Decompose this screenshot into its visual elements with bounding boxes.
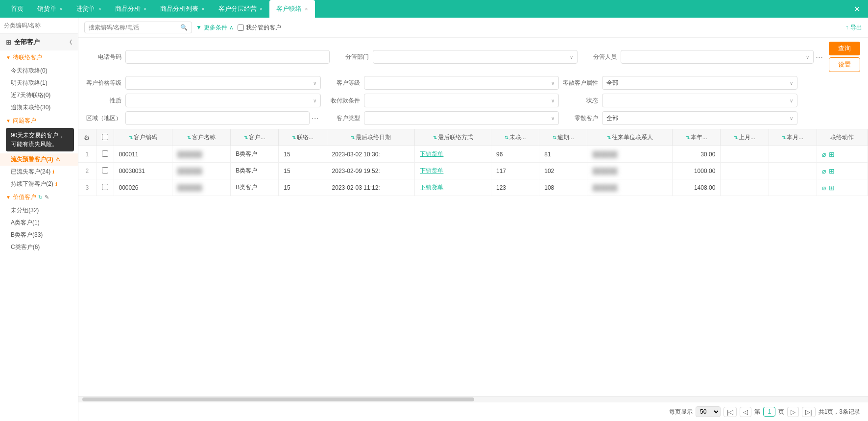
sidebar-item-classB[interactable]: B类客户(33) [0, 229, 78, 241]
tab-home[interactable]: 首页 [4, 0, 30, 18]
tab-analysis[interactable]: 商品分析 × [108, 0, 153, 18]
filter-price-level: 客户价格等级 ∨ [86, 76, 321, 90]
collapse-sidebar-icon[interactable]: 《 [67, 39, 72, 46]
table-area: ⚙ ⇅客户编码 ⇅客户名称 ⇅客户... [78, 129, 868, 396]
retail-attr-label: 零散客户属性 [563, 79, 598, 87]
close-tab-analysis-list[interactable]: × [201, 6, 204, 12]
scrollbar-thumb[interactable] [82, 397, 474, 401]
sidebar-section-pending[interactable]: ▼ 待联络客户 [0, 50, 78, 65]
sidebar-item-7days[interactable]: 近7天待联络(0) [0, 89, 78, 101]
region-select[interactable] [125, 111, 310, 125]
next-page-button[interactable]: ▷ [787, 407, 799, 417]
action-link-icon-2[interactable]: ⌀ [822, 184, 826, 192]
table-gear-icon[interactable]: ⚙ [84, 134, 90, 142]
sort-icon-unit: ⇅ [607, 135, 611, 140]
dept-select[interactable]: ∨ [373, 50, 577, 64]
action-grid-icon-1[interactable]: ⊞ [829, 167, 835, 175]
sidebar-item-declining[interactable]: 持续下滑客户(2) ℹ [0, 178, 78, 190]
manager-more-icon[interactable]: ··· [814, 52, 825, 62]
row-type-1: B类客户 [231, 163, 279, 179]
edit-icon[interactable]: ✎ [45, 194, 49, 200]
row-unit-contact-1: ██████ [587, 163, 673, 179]
customer-type-select[interactable]: ∨ [364, 111, 559, 125]
tab-customer-tier[interactable]: 客户分层经营 × [212, 0, 269, 18]
sidebar-all-customers[interactable]: ⊞ 全部客户 《 [0, 34, 78, 50]
tab-analysis-list[interactable]: 商品分析列表 × [153, 0, 211, 18]
query-button[interactable]: 查询 [829, 42, 860, 55]
filter-payment: 收付款条件 ∨ [325, 94, 559, 107]
sidebar-item-classC[interactable]: C类客户(6) [0, 241, 78, 253]
prev-page-button[interactable]: ◁ [740, 407, 751, 417]
export-button[interactable]: ↑ 导出 [845, 24, 862, 32]
filter-more-button[interactable]: ▼ 更多条件 ∧ [196, 24, 234, 32]
customer-level-label: 客户等级 [325, 79, 360, 87]
close-tab-analysis[interactable]: × [144, 6, 146, 12]
horizontal-scrollbar[interactable] [78, 396, 868, 402]
sidebar-item-overdue[interactable]: 逾期未联络(30) [0, 101, 78, 114]
status-chev-icon: ∨ [790, 98, 793, 103]
tab-customer-contact[interactable]: 客户联络 × [269, 0, 314, 18]
search-button[interactable]: 🔍 [180, 24, 188, 31]
retail-attr-select[interactable]: 全部 ∨ [602, 76, 797, 90]
close-tab-sales[interactable]: × [59, 6, 62, 12]
sidebar-item-churned[interactable]: 已流失客户(24) ℹ [0, 166, 78, 178]
action-grid-icon-2[interactable]: ⊞ [829, 184, 835, 192]
select-all-checkbox[interactable] [102, 134, 108, 140]
row-check-0[interactable] [102, 150, 108, 157]
sidebar-item-today[interactable]: 今天待联络(0) [0, 65, 78, 77]
row-last-way-1[interactable]: 下销货单 [415, 163, 491, 179]
sidebar-search-input[interactable] [4, 22, 77, 29]
status-select[interactable]: ∨ [602, 94, 797, 107]
action-grid-icon-0[interactable]: ⊞ [829, 150, 835, 158]
retail-customer-select[interactable]: 全部 ∨ [602, 111, 797, 125]
manager-select[interactable]: ∨ [621, 50, 814, 64]
my-customers-checkbox[interactable]: 我分管的客户 [238, 24, 281, 32]
sidebar-section-value[interactable]: ▼ 价值客户 ↻ ✎ [0, 190, 78, 204]
last-page-button[interactable]: ▷| [802, 407, 815, 417]
row-num-1: 2 [78, 163, 96, 179]
close-tab-purchase[interactable]: × [98, 6, 101, 12]
per-page-select[interactable]: 50 100 200 [696, 406, 721, 417]
row-check-1[interactable] [102, 167, 108, 173]
info-icon1: ℹ [52, 169, 54, 174]
close-tab-customer-contact[interactable]: × [305, 6, 308, 12]
row-no-contact-0: 96 [491, 146, 539, 163]
payment-select[interactable]: ∨ [364, 94, 559, 107]
price-level-select[interactable]: ∨ [125, 76, 321, 90]
sidebar-item-ungrouped[interactable]: 未分组(32) [0, 204, 78, 217]
sidebar-item-tomorrow[interactable]: 明天待联络(1) [0, 77, 78, 89]
first-page-button[interactable]: |◁ [723, 407, 737, 417]
refresh-icon[interactable]: ↻ [38, 194, 43, 200]
row-type-0: B类客户 [231, 146, 279, 163]
my-customers-check[interactable] [238, 25, 244, 31]
close-tab-customer-tier[interactable]: × [260, 6, 263, 12]
region-more-icon[interactable]: ··· [310, 113, 321, 124]
tab-purchase[interactable]: 进货单 × [69, 0, 108, 18]
row-unit-contact-2: ██████ [587, 179, 673, 196]
row-this-year-0: 30.00 [673, 146, 721, 163]
sidebar-section-problem[interactable]: ▼ 问题客户 [0, 114, 78, 128]
search-box: 🔍 [84, 22, 192, 33]
row-check-2[interactable] [102, 184, 108, 190]
row-last-month-2 [721, 179, 769, 196]
customer-level-select[interactable]: ∨ [364, 76, 559, 90]
table-row: 2 00030031 ██████ B类客户 15 2023-02-09 19:… [78, 163, 868, 179]
search-input[interactable] [89, 24, 180, 31]
sidebar-item-churn-warning[interactable]: 流失预警客户(3) ⚠ [0, 153, 78, 166]
action-link-icon-1[interactable]: ⌀ [822, 167, 826, 175]
sidebar-item-classA[interactable]: A类客户(1) [0, 217, 78, 229]
sort-icon-lastway: ⇅ [433, 135, 437, 140]
nature-label: 性质 [86, 97, 121, 105]
nature-select[interactable]: ∨ [125, 94, 321, 107]
action-link-icon-0[interactable]: ⌀ [822, 150, 826, 158]
all-customers-label: 全部客户 [14, 38, 40, 47]
settings-button[interactable]: 设置 [829, 57, 860, 72]
sort-icon-nocontact: ⇅ [505, 135, 508, 140]
row-overdue-0: 81 [539, 146, 587, 163]
phone-input[interactable] [125, 50, 330, 64]
col-this-month: ⇅本月... [769, 129, 817, 146]
tab-sales[interactable]: 销货单 × [30, 0, 69, 18]
row-last-way-2[interactable]: 下销货单 [415, 179, 491, 196]
row-last-way-0[interactable]: 下销货单 [415, 146, 491, 163]
close-all-button[interactable]: ✕ [850, 4, 864, 14]
